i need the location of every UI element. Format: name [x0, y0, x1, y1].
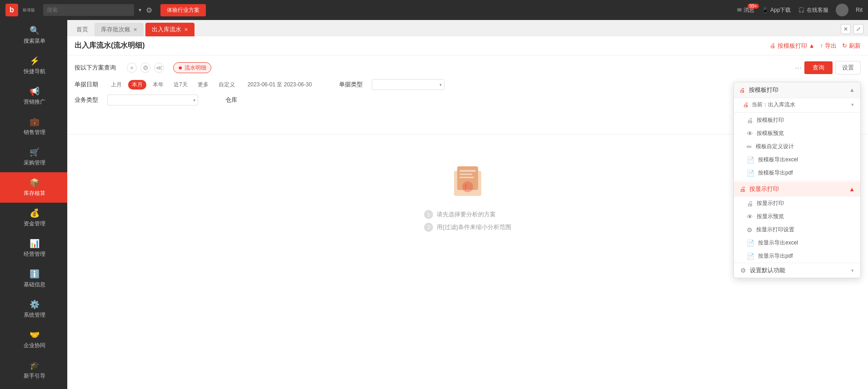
svg-rect-3: [459, 174, 472, 175]
tab-home[interactable]: 首页: [72, 23, 93, 36]
sidebar-item-operations[interactable]: 📊 经营管理: [0, 233, 67, 264]
tab-close-all-btn[interactable]: ✕: [841, 24, 851, 34]
doc-type-select[interactable]: [372, 79, 444, 90]
briefcase-icon: 💼: [30, 117, 40, 127]
app-download-btn[interactable]: 📱 App下载: [762, 6, 791, 14]
display-export-excel-item[interactable]: 📄 按显示导出excel: [734, 236, 860, 249]
current-printer-icon: 🖨: [743, 101, 749, 108]
sidebar-item-app-center[interactable]: 📱 应用中心: [0, 385, 67, 389]
avatar[interactable]: [836, 4, 848, 16]
date-option-last-7-days[interactable]: 近7天: [170, 80, 191, 90]
search-dropdown-icon[interactable]: ▾: [139, 7, 141, 13]
display-preview-icon: 👁: [747, 213, 753, 220]
display-print-settings-item[interactable]: ⚙ 按显示打印设置: [734, 223, 860, 236]
message-btn[interactable]: ✉ 消息 99+: [737, 6, 754, 14]
export-icon: ↑: [820, 42, 823, 49]
sidebar-item-system[interactable]: ⚙️ 系统管理: [0, 294, 67, 324]
chart-icon: 📊: [30, 239, 40, 249]
current-chevron-down-icon[interactable]: ▾: [851, 102, 854, 108]
display-export-pdf-item[interactable]: 📄 按显示导出pdf: [734, 249, 860, 263]
sidebar-item-inventory[interactable]: 📦 库存核算: [0, 172, 67, 203]
industry-btn[interactable]: 体验行业方案: [160, 4, 206, 16]
refresh-btn[interactable]: ↻ 刷新: [842, 42, 861, 50]
panel-chevron-up-icon[interactable]: ▲: [849, 87, 855, 93]
display-printer-icon: 🖨: [739, 185, 746, 193]
sidebar-item-label: 新手引导: [24, 372, 45, 380]
more-options-icon[interactable]: ···: [795, 63, 802, 73]
sidebar-item-cooperation[interactable]: 🤝 企业协同: [0, 324, 67, 355]
topbar: b 标准版 ▾ ⚙ 体验行业方案 ✉ 消息 99+ 📱 App下载 🎧 在线客服…: [0, 0, 868, 20]
app-subtitle: 标准版: [23, 7, 35, 13]
empty-illustration: !: [447, 162, 488, 203]
date-option-custom[interactable]: 自定义: [215, 80, 239, 90]
display-section-chevron-up-icon: ▲: [849, 186, 855, 193]
sidebar-item-marketing[interactable]: 📢 营销推广: [0, 81, 67, 111]
filter-settings-btn[interactable]: ⚙: [140, 63, 150, 73]
tab-close-inventory-flow[interactable]: ✕: [184, 27, 188, 33]
query-btn[interactable]: 查询: [804, 61, 833, 74]
filter-scheme-label: 按以下方案查询: [75, 64, 116, 72]
box-icon: 📦: [30, 178, 40, 188]
date-option-current-year[interactable]: 本年: [149, 80, 167, 90]
filter-flow-detail-tag[interactable]: ● 流水明细: [173, 62, 211, 73]
sidebar-item-purchase[interactable]: 🛒 采购管理: [0, 142, 67, 172]
page-header: 出入库流水(流水明细) 🖨 按模板打印 ▲ ↑ 导出 ↻ 刷新: [67, 36, 868, 55]
online-service-btn[interactable]: 🎧 在线客服: [798, 6, 828, 14]
biz-type-select-wrapper: ▾: [107, 95, 198, 105]
grad-cap-icon: 🎓: [30, 360, 40, 370]
date-option-last-month[interactable]: 上月: [107, 80, 125, 90]
template-export-pdf-item[interactable]: 📄 按模板导出pdf: [734, 166, 860, 180]
divider-2: [734, 180, 860, 181]
tab-batch-account[interactable]: 库存批次账 ✕: [95, 23, 144, 36]
money-icon: 💰: [30, 208, 40, 218]
tab-bar: 首页 库存批次账 ✕ 出入库流水 ✕ ✕ ⤢: [67, 20, 868, 36]
filter-collapse-btn[interactable]: ≪: [154, 63, 164, 73]
filter-add-btn[interactable]: +: [127, 63, 137, 73]
sidebar-item-label: 经营管理: [24, 250, 45, 258]
template-print-item[interactable]: 🖨 按模板打印: [734, 114, 860, 127]
filter-right-actions: ··· 查询 设置: [795, 61, 861, 75]
sidebar-item-quick-nav[interactable]: ⚡ 快捷导航: [0, 50, 67, 81]
display-preview-item[interactable]: 👁 按显示预览: [734, 210, 860, 223]
empty-step-1: 1 请先选择要分析的方案: [424, 210, 511, 219]
print-panel: 🖨 按模板打印 ▲ 🖨 当前：出入库流水 ▾: [733, 82, 861, 278]
headset-icon: 🎧: [798, 7, 805, 13]
settings-icon[interactable]: ⚙: [146, 6, 152, 15]
print-template-btn[interactable]: 🖨 按模板打印 ▲: [770, 42, 815, 50]
sidebar-item-basic-info[interactable]: ℹ️ 基础信息: [0, 264, 67, 294]
biz-type-label: 业务类型: [75, 96, 98, 104]
search-input[interactable]: [43, 4, 134, 16]
template-print-icon: 🖨: [747, 117, 753, 124]
display-print-item[interactable]: 🖨 按显示打印: [734, 197, 860, 210]
doc-type-label: 单据类型: [339, 80, 363, 89]
topbar-right: ✉ 消息 99+ 📱 App下载 🎧 在线客服 Rit: [737, 4, 863, 16]
settings-btn[interactable]: 设置: [835, 61, 861, 75]
date-option-current-month[interactable]: 本月: [128, 80, 146, 90]
template-custom-item[interactable]: ✏ 模板自定义设计: [734, 140, 860, 153]
export-btn[interactable]: ↑ 导出: [820, 42, 837, 50]
tab-maximize-btn[interactable]: ⤢: [853, 24, 863, 34]
doc-type-select-wrapper: ▾: [372, 79, 444, 90]
sidebar-item-label: 资金管理: [24, 220, 45, 228]
sidebar-item-sales[interactable]: 💼 销售管理: [0, 111, 67, 142]
template-export-excel-item[interactable]: 📄 按模板导出excel: [734, 153, 860, 166]
tab-inventory-flow[interactable]: 出入库流水 ✕: [145, 23, 195, 36]
display-print-section-header[interactable]: 🖨 按显示打印 ▲: [734, 182, 860, 197]
sidebar-item-guide[interactable]: 🎓 新手引导: [0, 355, 67, 385]
sidebar-item-search-menu[interactable]: 🔍 搜索菜单: [0, 20, 67, 50]
display-excel-icon: 📄: [747, 239, 754, 247]
sidebar-item-label: 库存核算: [24, 190, 45, 197]
date-option-more[interactable]: 更多: [194, 80, 212, 90]
sidebar-item-finance[interactable]: 💰 资金管理: [0, 203, 67, 233]
biz-type-select[interactable]: [107, 95, 198, 105]
sidebar-item-label: 营销推广: [24, 98, 45, 106]
tab-close-batch-account[interactable]: ✕: [133, 27, 137, 33]
divider-1: [734, 112, 860, 113]
page-title: 出入库流水(流水明细): [75, 41, 145, 50]
date-range: 2023-06-01 至 2023-06-30: [248, 81, 312, 89]
svg-rect-2: [459, 170, 476, 172]
template-preview-icon: 👁: [747, 130, 753, 137]
set-default-item[interactable]: ⚙ 设置默认功能 ▾: [734, 263, 860, 278]
empty-steps: 1 请先选择要分析的方案 2 用[过滤]条件来缩小分析范围: [424, 210, 511, 232]
template-preview-item[interactable]: 👁 按模板预览: [734, 127, 860, 140]
